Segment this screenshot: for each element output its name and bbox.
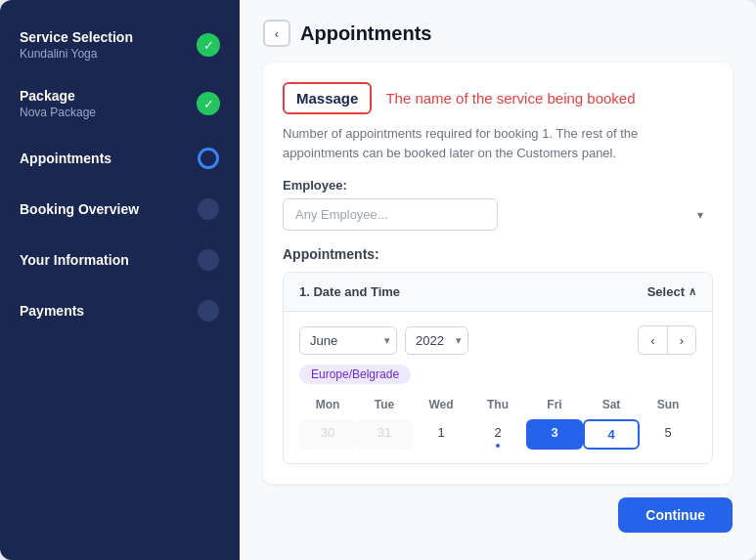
day-name-sat: Sat: [583, 394, 640, 415]
service-hint: The name of the service being booked: [385, 90, 635, 107]
sidebar-item-title-appointments: Appointments: [20, 151, 111, 166]
sidebar-item-title-service-selection: Service Selection: [20, 29, 133, 45]
footer-row: Continue: [263, 484, 733, 533]
cal-day-1[interactable]: 1: [413, 419, 469, 450]
day-name-fri: Fri: [526, 394, 583, 415]
day-name-wed: Wed: [413, 394, 469, 415]
calendar-row-1: 30 31 1 2 3 4 5: [299, 419, 696, 450]
year-select-wrapper: 20202021202220232024: [405, 326, 468, 355]
sidebar-item-subtitle-service-selection: Kundalini Yoga: [20, 47, 133, 61]
sidebar-icon-service-selection: ✓: [197, 33, 220, 57]
check-green-icon: ✓: [197, 92, 220, 115]
service-badge: Massage: [283, 82, 372, 114]
sidebar: Service SelectionKundalini Yoga✓PackageN…: [0, 0, 240, 560]
calendar-day-names: Mon Tue Wed Thu Fri Sat Sun: [299, 394, 696, 415]
sidebar-item-package[interactable]: PackageNova Package✓: [0, 74, 240, 133]
sidebar-icon-appointments: [197, 147, 220, 170]
month-select-wrapper: JanuaryFebruaryMarchAprilMayJuneJulyAugu…: [299, 326, 397, 355]
employee-select-arrow: ▾: [697, 208, 703, 222]
sidebar-icon-booking-overview: [197, 197, 220, 221]
cal-day-31-prev[interactable]: 31: [356, 419, 413, 450]
next-month-button[interactable]: ›: [667, 325, 696, 355]
day-name-tue: Tue: [356, 394, 413, 415]
appointments-label: Appointments:: [283, 246, 713, 262]
sidebar-icon-package: ✓: [197, 92, 220, 115]
date-time-title: 1. Date and Time: [299, 284, 400, 299]
continue-button[interactable]: Continue: [618, 497, 733, 533]
sidebar-item-title-your-information: Your Information: [20, 252, 129, 268]
cal-day-2[interactable]: 2: [469, 419, 526, 450]
calendar-body: JanuaryFebruaryMarchAprilMayJuneJulyAugu…: [284, 312, 712, 463]
sidebar-item-booking-overview[interactable]: Booking Overview: [0, 184, 240, 235]
check-green-icon: ✓: [197, 33, 220, 57]
sidebar-icon-payments: [197, 299, 220, 323]
date-time-header: 1. Date and Time Select ∧: [284, 273, 712, 312]
calendar-grid: Mon Tue Wed Thu Fri Sat Sun 30 31 1: [299, 394, 696, 450]
month-select[interactable]: JanuaryFebruaryMarchAprilMayJuneJulyAugu…: [299, 326, 397, 355]
sidebar-item-appointments[interactable]: Appointments: [0, 133, 240, 184]
employee-select[interactable]: Any Employee...: [283, 198, 498, 231]
modal-container: Service SelectionKundalini Yoga✓PackageN…: [0, 0, 756, 560]
page-title: Appointments: [300, 22, 431, 45]
day-name-thu: Thu: [469, 394, 526, 415]
sidebar-item-title-package: Package: [20, 88, 96, 104]
sidebar-icon-your-information: [197, 248, 220, 272]
cal-day-5[interactable]: 5: [640, 419, 696, 450]
circle-blue-icon: [198, 148, 219, 169]
select-link[interactable]: Select ∧: [647, 284, 696, 299]
calendar-nav-buttons: ‹ ›: [638, 325, 696, 355]
prev-month-button[interactable]: ‹: [638, 325, 667, 355]
chevron-up-icon: ∧: [689, 285, 696, 298]
day-name-mon: Mon: [299, 394, 356, 415]
info-text: Number of appointments required for book…: [283, 124, 713, 162]
circle-dark-icon: [198, 249, 219, 271]
main-content: ‹ Appointments Massage The name of the s…: [240, 0, 756, 560]
cal-day-4[interactable]: 4: [583, 419, 640, 450]
circle-dark-icon: [198, 198, 219, 220]
service-name-row: Massage The name of the service being bo…: [283, 82, 713, 114]
year-select[interactable]: 20202021202220232024: [405, 326, 468, 355]
sidebar-item-service-selection[interactable]: Service SelectionKundalini Yoga✓: [0, 16, 240, 74]
date-time-card: 1. Date and Time Select ∧ JanuaryFebruar…: [283, 272, 713, 464]
sidebar-item-payments[interactable]: Payments: [0, 285, 240, 336]
employee-label: Employee:: [283, 178, 713, 193]
day-name-sun: Sun: [640, 394, 696, 415]
sidebar-item-title-booking-overview: Booking Overview: [20, 201, 139, 217]
cal-day-3[interactable]: 3: [526, 419, 583, 450]
sidebar-item-title-payments: Payments: [20, 303, 84, 319]
timezone-badge: Europe/Belgrade: [299, 365, 411, 384]
main-header: ‹ Appointments: [263, 20, 733, 47]
cal-day-30-prev[interactable]: 30: [299, 419, 356, 450]
content-card: Massage The name of the service being bo…: [263, 63, 733, 484]
sidebar-item-your-information[interactable]: Your Information: [0, 235, 240, 285]
back-button[interactable]: ‹: [263, 20, 290, 47]
month-year-row: JanuaryFebruaryMarchAprilMayJuneJulyAugu…: [299, 325, 696, 355]
circle-dark-icon: [198, 300, 219, 322]
sidebar-item-subtitle-package: Nova Package: [20, 106, 96, 119]
employee-select-wrapper: Any Employee... ▾: [283, 198, 713, 231]
